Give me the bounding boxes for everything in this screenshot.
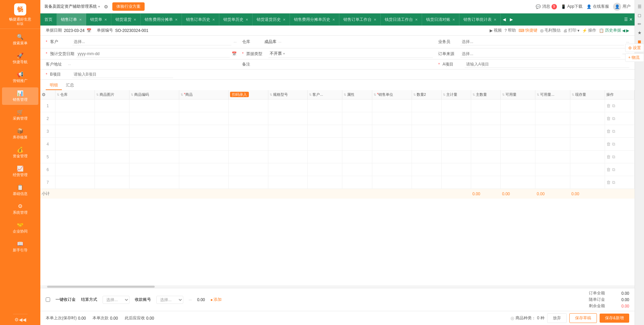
row-warehouse-3[interactable]	[55, 125, 95, 138]
row-spec-7[interactable]	[268, 176, 308, 189]
col-product[interactable]: ⇅*商品	[179, 90, 228, 99]
row-warehouse-1[interactable]	[55, 99, 95, 112]
row-mainunit-5[interactable]	[441, 151, 471, 163]
row-copy-3[interactable]: ⧉	[612, 129, 615, 134]
sidebar-item-7[interactable]: 📈经营管理	[2, 163, 38, 180]
row-mainqty-2[interactable]	[471, 112, 501, 125]
profit-btn[interactable]: ◎ 毛利预估	[540, 28, 561, 33]
row-avail2-1[interactable]	[535, 99, 570, 112]
col-image[interactable]: ⇅商品图片	[95, 90, 129, 99]
tab-close-10[interactable]: ✕	[415, 18, 418, 22]
row-delete-3[interactable]: 🗑	[606, 129, 611, 134]
row-qty2-2[interactable]	[412, 112, 441, 125]
customer-input[interactable]	[72, 38, 232, 45]
tab-item-5[interactable]: 销售订单历史✕	[182, 13, 219, 26]
row-spec-6[interactable]	[268, 163, 308, 176]
tab-close-1[interactable]: ✕	[79, 18, 82, 22]
row-image-6[interactable]	[95, 163, 129, 176]
tab-item-3[interactable]: 销货退货✕	[111, 13, 141, 26]
row-qty2-4[interactable]	[412, 138, 441, 151]
row-image-7[interactable]	[95, 176, 129, 189]
row-mainunit-4[interactable]	[441, 138, 471, 151]
row-qty2-3[interactable]	[412, 125, 441, 138]
row-code-2[interactable]	[129, 112, 179, 125]
row-avail-5[interactable]	[501, 151, 535, 163]
history-btn[interactable]: 📋 历史单据 ◀ ▶	[599, 28, 629, 33]
row-warehouse-4[interactable]	[55, 138, 95, 151]
table-container[interactable]: ⚙ ⇅仓库 ⇅商品图片 ⇅商品编码 ⇅*商品 扫码录入 ⇅规格型号 ⇅客户...…	[40, 90, 635, 285]
row-delete-5[interactable]: 🗑	[606, 154, 611, 159]
row-stock-7[interactable]	[570, 176, 605, 189]
tab-close-5[interactable]: ✕	[212, 18, 215, 22]
tab-close-3[interactable]: ✕	[134, 18, 136, 22]
tab-close-4[interactable]: ✕	[175, 18, 178, 22]
row-qty2-5[interactable]	[412, 151, 441, 163]
row-spec-3[interactable]	[268, 125, 308, 138]
discard-btn[interactable]: 放弃	[547, 313, 567, 323]
row-attr-5[interactable]	[342, 151, 372, 163]
row-spec-1[interactable]	[268, 99, 308, 112]
row-image-1[interactable]	[95, 99, 129, 112]
collapse-icon[interactable]: ◀◀	[19, 317, 26, 322]
tab-item-6[interactable]: 销货单历史✕	[219, 13, 253, 26]
row-avail2-2[interactable]	[535, 112, 570, 125]
tab-next-arrow[interactable]: ▶	[508, 17, 515, 22]
col-available[interactable]: ⇅可用量	[501, 90, 535, 99]
row-product-1[interactable]	[179, 99, 228, 112]
tab-item-10[interactable]: 钱货日清工作台✕	[381, 13, 422, 26]
row-attr-7[interactable]	[342, 176, 372, 189]
one-click-checkbox[interactable]	[46, 297, 50, 302]
row-warehouse-7[interactable]	[55, 176, 95, 189]
tab-close-6[interactable]: ✕	[245, 18, 248, 22]
row-warehouse-5[interactable]	[55, 151, 95, 163]
order-source-input[interactable]	[460, 50, 620, 57]
rp-btn-1[interactable]: ☰	[636, 3, 643, 10]
row-unit-1[interactable]	[372, 99, 412, 112]
row-stock-5[interactable]	[570, 151, 605, 163]
tab-item-4[interactable]: 销售费用分摊单✕	[141, 13, 182, 26]
row-qty2-6[interactable]	[412, 163, 441, 176]
detail-tab-0[interactable]: 明细	[46, 81, 62, 90]
row-mainunit-6[interactable]	[441, 163, 471, 176]
account-expand-icon[interactable]: ···	[189, 298, 192, 302]
sidebar-item-1[interactable]: 🚀快捷导航	[2, 50, 38, 67]
col-warehouse[interactable]: ⇅仓库	[55, 90, 95, 99]
row-code-1[interactable]	[129, 99, 179, 112]
row-qty2-1[interactable]	[412, 99, 441, 112]
invoice-type-select[interactable]: 不开票 ▾	[268, 50, 433, 58]
row-mainunit-7[interactable]	[441, 176, 471, 189]
save-draft-btn[interactable]: 保存草稿	[569, 313, 597, 323]
sidebar-item-8[interactable]: 📋基础信息	[2, 181, 38, 199]
row-mainqty-7[interactable]	[471, 176, 501, 189]
row-image-3[interactable]	[95, 125, 129, 138]
row-product-3[interactable]	[179, 125, 228, 138]
online-support-btn[interactable]: 👤 在线客服	[586, 4, 609, 9]
row-unit-3[interactable]	[372, 125, 412, 138]
sidebar-item-0[interactable]: 🔍搜索菜单	[2, 31, 38, 48]
sidebar-item-4[interactable]: 🛒采购管理	[2, 106, 38, 124]
row-attr-1[interactable]	[342, 99, 372, 112]
tab-item-1[interactable]: 销售订单✕	[57, 13, 86, 26]
messages-btn[interactable]: 💬 消息 9	[536, 4, 557, 9]
system-dropdown-chevron[interactable]: ▾	[98, 5, 100, 8]
row-product-6[interactable]	[179, 163, 228, 176]
row-product-5[interactable]	[179, 151, 228, 163]
tab-close-9[interactable]: ✕	[374, 18, 376, 22]
rp-btn-2[interactable]: ◻	[636, 11, 643, 19]
history-next[interactable]: ▶	[626, 28, 629, 33]
tab-close-11[interactable]: ✕	[452, 18, 455, 22]
row-mainunit-1[interactable]	[441, 99, 471, 112]
tab-item-8[interactable]: 销售费用分摊单历史✕	[290, 13, 339, 26]
tab-item-9[interactable]: 销售订单工作台✕	[339, 13, 381, 26]
row-spec-2[interactable]	[268, 112, 308, 125]
col-settings[interactable]: ⚙	[40, 90, 55, 99]
horizontal-scrollbar[interactable]	[40, 285, 635, 288]
tab-item-11[interactable]: 钱货日清对账✕	[422, 13, 459, 26]
row-mainunit-3[interactable]	[441, 125, 471, 138]
help-btn[interactable]: ? 帮助	[504, 28, 516, 33]
row-warehouse-6[interactable]	[55, 163, 95, 176]
row-unit-4[interactable]	[372, 138, 412, 151]
tab-close-all-icon[interactable]: ✕	[629, 17, 633, 22]
delivery-date-input[interactable]	[76, 50, 230, 57]
col-scan[interactable]: 扫码录入	[228, 90, 268, 99]
